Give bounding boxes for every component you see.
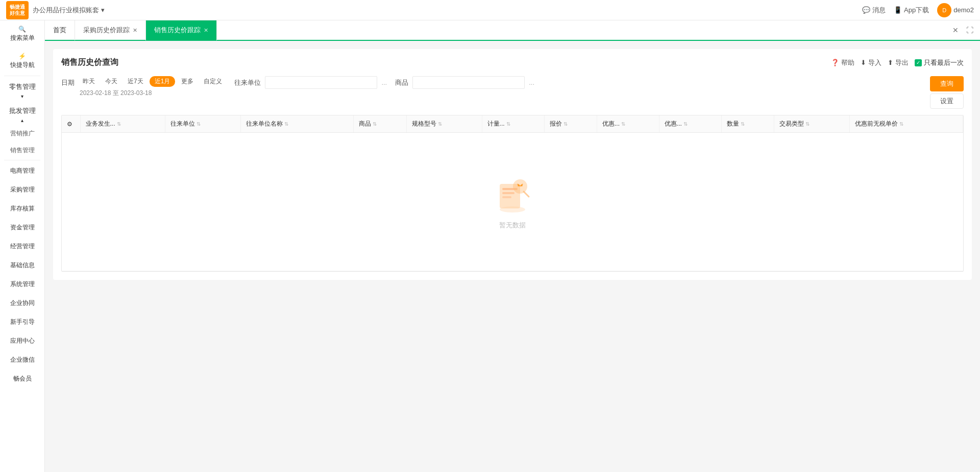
table-container: ⚙ 业务发生...⇅ 往来单位⇅ 往来单位名称⇅ xyxy=(61,115,964,272)
main-card: 销售历史价查询 ❓ 帮助 ⬇ 导入 ⬆ 导出 xyxy=(53,49,972,280)
empty-state: 暂无数据 xyxy=(62,133,963,271)
th-unit[interactable]: 计量...⇅ xyxy=(482,115,544,133)
tab-sales-history-close[interactable]: ✕ xyxy=(204,27,208,34)
th-product[interactable]: 商品⇅ xyxy=(354,115,406,133)
sort-icon: ⇅ xyxy=(899,121,903,127)
export-btn[interactable]: ⬆ 导出 xyxy=(888,58,909,67)
tab-purchase-history-close[interactable]: ✕ xyxy=(133,27,137,34)
th-spec[interactable]: 规格型号⇅ xyxy=(406,115,482,133)
th-partner-name[interactable]: 往来单位名称⇅ xyxy=(240,115,354,133)
user-menu[interactable]: D demo2 xyxy=(937,3,974,17)
sidebar-item-enterprise[interactable]: 企业协同 xyxy=(0,294,44,313)
th-trade-type[interactable]: 交易类型⇅ xyxy=(774,115,850,133)
chevron-down-icon: ▾ xyxy=(21,93,23,99)
topbar-right: 💬 消息 📱 App下载 D demo2 xyxy=(862,3,974,17)
date-opt-custom[interactable]: 自定义 xyxy=(200,76,226,87)
sidebar-item-basic-info[interactable]: 基础信息 xyxy=(0,256,44,275)
search-icon: 🔍 xyxy=(18,26,26,33)
product-input-group: ... xyxy=(412,76,534,89)
message-btn[interactable]: 💬 消息 xyxy=(862,6,886,15)
tab-purchase-history[interactable]: 采购历史价跟踪 ✕ xyxy=(75,20,146,40)
sidebar-item-wholesale[interactable]: 批发管理 ▴ xyxy=(0,101,44,125)
sidebar-item-ecommerce[interactable]: 电商管理 xyxy=(0,161,44,180)
maximize-btn[interactable]: ⛶ xyxy=(964,24,976,36)
user-name: demo2 xyxy=(953,6,974,14)
empty-text: 暂无数据 xyxy=(499,221,526,230)
date-opt-7days[interactable]: 近7天 xyxy=(124,76,148,87)
tab-sales-history[interactable]: 销售历史价跟踪 ✕ xyxy=(146,20,217,40)
th-price[interactable]: 报价⇅ xyxy=(544,115,597,133)
date-opt-more[interactable]: 更多 xyxy=(177,76,198,87)
product-filter-group: 商品 ... xyxy=(395,76,534,89)
table-head: ⚙ 业务发生...⇅ 往来单位⇅ 往来单位名称⇅ xyxy=(62,115,963,133)
product-input[interactable] xyxy=(412,76,525,89)
last-only-checkbox-group[interactable]: ✓ 只看最后一次 xyxy=(915,58,964,67)
partner-dots[interactable]: ... xyxy=(381,79,387,86)
th-gear[interactable]: ⚙ xyxy=(62,115,80,133)
import-btn[interactable]: ⬇ 导入 xyxy=(861,58,881,67)
sidebar-item-retail[interactable]: 零售管理 ▾ xyxy=(0,77,44,101)
content-area: 首页 采购历史价跟踪 ✕ 销售历史价跟踪 ✕ ✕ ⛶ 销售历史价查询 xyxy=(45,20,980,472)
phone-icon: 📱 xyxy=(894,6,902,14)
sidebar-item-quick-nav[interactable]: ⚡ 快捷导航 xyxy=(0,48,44,75)
app-selector[interactable]: 办公用品行业模拟账套 ▾ xyxy=(33,6,105,15)
product-dots[interactable]: ... xyxy=(529,79,534,86)
sidebar-item-inventory[interactable]: 库存核算 xyxy=(0,199,44,218)
topbar: 畅捷通好生意 办公用品行业模拟账套 ▾ 💬 消息 📱 App下载 D demo2 xyxy=(0,0,980,20)
th-discount1[interactable]: 优惠...⇅ xyxy=(597,115,659,133)
logo: 畅捷通好生意 xyxy=(6,1,29,19)
page-title: 销售历史价查询 xyxy=(61,57,118,68)
import-label: 导入 xyxy=(868,58,881,67)
th-pre-tax-price[interactable]: 优惠前无税单价⇅ xyxy=(850,115,963,133)
th-quantity[interactable]: 数量⇅ xyxy=(721,115,774,133)
date-options: 昨天 今天 近7天 近1月 更多 自定义 xyxy=(79,76,226,87)
query-button[interactable]: 查询 xyxy=(930,76,964,91)
tab-actions: ✕ ⛶ xyxy=(949,24,980,36)
partner-label: 往来单位 xyxy=(234,76,261,87)
message-icon: 💬 xyxy=(862,6,870,14)
sort-icon: ⇅ xyxy=(805,121,810,127)
sidebar-item-member[interactable]: 畅会员 xyxy=(0,369,44,388)
date-range: 2023-02-18 至 2023-03-18 xyxy=(79,89,226,98)
settings-button[interactable]: 设置 xyxy=(930,93,964,109)
tab-bar: 首页 采购历史价跟踪 ✕ 销售历史价跟踪 ✕ ✕ ⛶ xyxy=(45,20,980,41)
nav-icon: ⚡ xyxy=(18,53,26,60)
sort-icon: ⇅ xyxy=(373,121,377,127)
date-opt-1month[interactable]: 近1月 xyxy=(150,76,176,87)
partner-input[interactable] xyxy=(265,76,377,89)
sort-icon: ⇅ xyxy=(284,121,288,127)
date-opt-today[interactable]: 今天 xyxy=(101,76,121,87)
sidebar-item-wechat[interactable]: 企业微信 xyxy=(0,350,44,369)
action-buttons: 查询 设置 xyxy=(930,76,964,109)
sidebar-item-marketing[interactable]: 营销推广 xyxy=(0,125,44,142)
topbar-left: 畅捷通好生意 办公用品行业模拟账套 ▾ xyxy=(6,1,105,19)
sidebar-item-purchase[interactable]: 采购管理 xyxy=(0,180,44,199)
tab-sales-history-label: 销售历史价跟踪 xyxy=(154,26,201,35)
sidebar-item-finance[interactable]: 资金管理 xyxy=(0,218,44,237)
svg-point-6 xyxy=(518,184,520,186)
close-window-btn[interactable]: ✕ xyxy=(949,24,962,36)
sidebar-item-search-menu[interactable]: 🔍 搜索菜单 xyxy=(0,20,44,48)
divider xyxy=(4,76,40,76)
last-only-checkbox[interactable]: ✓ xyxy=(915,59,922,66)
tab-home[interactable]: 首页 xyxy=(45,20,75,40)
sidebar-item-sales-mgmt[interactable]: 销售管理 xyxy=(0,142,44,159)
date-filter-group: 日期 昨天 今天 近7天 近1月 更多 自定义 2023-02-18 至 202… xyxy=(61,76,226,98)
help-btn[interactable]: ❓ 帮助 xyxy=(831,58,854,67)
tab-home-label: 首页 xyxy=(53,26,66,35)
sidebar-item-guide[interactable]: 新手引导 xyxy=(0,313,44,332)
sidebar-item-app-center[interactable]: 应用中心 xyxy=(0,332,44,350)
th-discount2[interactable]: 优惠...⇅ xyxy=(659,115,721,133)
sort-icon: ⇅ xyxy=(117,121,121,127)
product-label: 商品 xyxy=(395,76,408,87)
page-title-bar: 销售历史价查询 ❓ 帮助 ⬇ 导入 ⬆ 导出 xyxy=(61,57,964,68)
th-partner-code[interactable]: 往来单位⇅ xyxy=(165,115,240,133)
sidebar-item-system[interactable]: 系统管理 xyxy=(0,275,44,294)
empty-icon xyxy=(492,174,533,215)
divider2 xyxy=(4,160,40,160)
filter-bar: 日期 昨天 今天 近7天 近1月 更多 自定义 2023-02-18 至 202… xyxy=(61,76,964,109)
date-opt-yesterday[interactable]: 昨天 xyxy=(79,76,99,87)
app-download-btn[interactable]: 📱 App下载 xyxy=(894,6,929,15)
sidebar-item-operations[interactable]: 经营管理 xyxy=(0,237,44,256)
th-biz-date[interactable]: 业务发生...⇅ xyxy=(80,115,165,133)
